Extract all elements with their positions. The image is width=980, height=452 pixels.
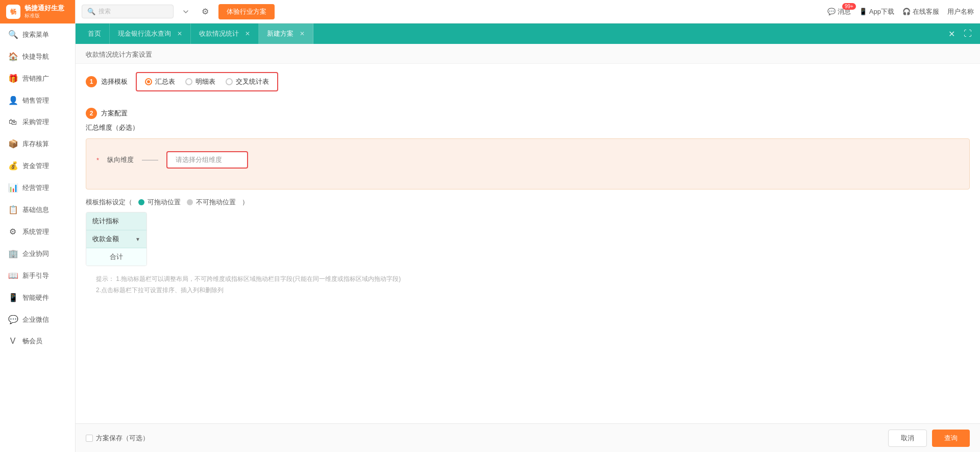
- sidebar-item-finance[interactable]: 💰 资金管理: [0, 155, 75, 177]
- stat-column-label: 收款金额: [92, 234, 119, 244]
- topbar-search-placeholder: 搜索: [99, 7, 111, 16]
- toggle-draggable: 可拖动位置: [138, 198, 181, 207]
- tab-receivable-close[interactable]: ✕: [245, 30, 250, 37]
- save-option[interactable]: 方案保存（可选）: [86, 434, 149, 443]
- sidebar-item-newbie[interactable]: 📖 新手引导: [0, 265, 75, 287]
- message-btn[interactable]: 💬 消息 99+: [827, 7, 851, 16]
- toggle-non-draggable-label: 不可拖动位置: [196, 198, 236, 207]
- toggle-dot-active: [138, 199, 144, 205]
- dimension-select[interactable]: 请选择分组维度: [166, 151, 248, 169]
- tabbar-actions: ✕ ⛶: [945, 28, 980, 40]
- radio-cross[interactable]: 交叉统计表: [226, 77, 269, 86]
- topbar-search-icon: 🔍: [87, 8, 95, 15]
- sidebar-item-system[interactable]: ⚙ 系统管理: [0, 221, 75, 243]
- save-checkbox[interactable]: [86, 435, 93, 442]
- user-icon: 👤: [8, 96, 17, 105]
- sidebar-item-wechat[interactable]: 💬 企业微信: [0, 308, 75, 330]
- book-icon: 📖: [8, 271, 17, 280]
- step2-section: 2 方案配置 汇总维度（必选） * 纵向维度 —— 请选择分组维度: [76, 108, 980, 310]
- phone-icon: 📱: [8, 293, 17, 302]
- sidebar-item-enterprise[interactable]: 🏢 企业协同: [0, 243, 75, 265]
- stat-column-header[interactable]: 收款金额 ▼: [86, 230, 146, 248]
- service-icon: 🎧: [902, 8, 911, 15]
- sidebar-item-label: 经营管理: [22, 183, 49, 193]
- topbar-gear-btn[interactable]: ⚙: [198, 5, 212, 19]
- search-icon: 🔍: [8, 30, 17, 39]
- sidebar-item-quick-nav[interactable]: 🏠 快捷导航: [0, 45, 75, 67]
- template-select-box: 汇总表 明细表 交叉统计表: [136, 72, 278, 91]
- sidebar-item-purchase[interactable]: 🛍 采购管理: [0, 111, 75, 133]
- trial-btn[interactable]: 体验行业方案: [218, 4, 275, 19]
- main-area: 🔍 搜索 ⚙ 体验行业方案 💬 消息 99+ 📱 App下载 🎧 在线客服 用户…: [76, 0, 980, 452]
- service-btn[interactable]: 🎧 在线客服: [902, 7, 939, 16]
- topbar-dropdown-btn[interactable]: [180, 6, 192, 18]
- topbar-right: 💬 消息 99+ 📱 App下载 🎧 在线客服 用户名称: [827, 7, 974, 16]
- stat-row-total: 合计: [86, 248, 146, 266]
- radio-cross-circle: [226, 78, 233, 85]
- message-badge: 99+: [842, 3, 856, 10]
- box-icon: 📦: [8, 139, 17, 149]
- sidebar-item-label: 库存核算: [22, 139, 49, 149]
- stat-table-header: 统计指标: [86, 212, 146, 230]
- money-icon: 💰: [8, 161, 17, 171]
- step2-badge: 2: [86, 108, 97, 119]
- step1-badge: 1: [86, 76, 97, 87]
- building-icon: 🏢: [8, 249, 17, 258]
- sidebar-item-hardware[interactable]: 📱 智能硬件: [0, 287, 75, 308]
- tab-bank-close[interactable]: ✕: [177, 30, 182, 37]
- gift-icon: 🎁: [8, 74, 17, 83]
- page-title-bar: 收款情况统计方案设置: [76, 44, 980, 64]
- tab-new-plan-label: 新建方案: [267, 29, 293, 38]
- tab-receivable[interactable]: 收款情况统计 ✕: [191, 23, 259, 44]
- dimension-placeholder: 请选择分组维度: [176, 156, 222, 163]
- indicator-title: 模板指标设定（: [86, 198, 132, 207]
- tab-home-label: 首页: [88, 29, 101, 38]
- radio-detail-circle: [185, 78, 192, 85]
- stat-table: 统计指标 收款金额 ▼ 合计: [86, 212, 147, 266]
- sidebar-item-search[interactable]: 🔍 搜索菜单: [0, 23, 75, 45]
- sidebar-item-label: 企业协同: [22, 249, 49, 258]
- sidebar-item-label: 销售管理: [22, 96, 49, 105]
- message-icon: 💬: [827, 8, 836, 15]
- radio-summary-circle: [145, 78, 152, 85]
- bottom-actions: 取消 查询: [888, 430, 970, 447]
- tab-bank[interactable]: 现金银行流水查询 ✕: [110, 23, 191, 44]
- sidebar-item-member[interactable]: V 畅会员: [0, 330, 75, 352]
- sidebar-item-marketing[interactable]: 🎁 营销推广: [0, 67, 75, 89]
- sidebar-nav: 🔍 搜索菜单 🏠 快捷导航 🎁 营销推广 👤 销售管理 🛍 采购管理 📦 库存核…: [0, 23, 75, 452]
- sidebar-item-label: 企业微信: [22, 315, 49, 324]
- stat-row-label: 合计: [110, 253, 123, 260]
- tab-new-plan-close[interactable]: ✕: [300, 30, 305, 37]
- tab-receivable-label: 收款情况统计: [199, 29, 239, 38]
- sidebar-item-operation[interactable]: 📊 经营管理: [0, 177, 75, 199]
- step1-row: 1 选择模板 汇总表 明细表: [86, 72, 970, 91]
- page-container: 收款情况统计方案设置 1 选择模板 汇总表: [76, 44, 980, 423]
- sidebar-logo: 畅: [6, 5, 20, 19]
- chat-icon: 💬: [8, 315, 17, 324]
- sidebar-item-inventory[interactable]: 📦 库存核算: [0, 133, 75, 155]
- tab-new-plan[interactable]: 新建方案 ✕: [259, 23, 313, 44]
- topbar-search-box[interactable]: 🔍 搜索: [82, 5, 174, 18]
- query-button[interactable]: 查询: [932, 430, 970, 447]
- radio-group: 汇总表 明细表 交叉统计表: [145, 77, 269, 86]
- page-title: 收款情况统计方案设置: [86, 51, 152, 58]
- sidebar-item-basic[interactable]: 📋 基础信息: [0, 199, 75, 221]
- step1-section: 1 选择模板 汇总表 明细表: [76, 64, 980, 108]
- indicator-settings: 模板指标设定（ 可拖动位置 不可拖动位置 ）: [86, 198, 970, 268]
- indicator-header: 模板指标设定（ 可拖动位置 不可拖动位置 ）: [86, 198, 970, 207]
- radio-detail-label: 明细表: [195, 77, 215, 86]
- radio-detail[interactable]: 明细表: [185, 77, 215, 86]
- sidebar-brand: 畅捷通好生意 标准版: [24, 4, 64, 19]
- cancel-button[interactable]: 取消: [888, 430, 927, 447]
- user-info[interactable]: 用户名称: [947, 7, 974, 16]
- toggle-draggable-label: 可拖动位置: [148, 198, 181, 207]
- tab-home[interactable]: 首页: [80, 23, 110, 44]
- radio-summary[interactable]: 汇总表: [145, 77, 175, 86]
- tab-expand-btn[interactable]: ⛶: [962, 28, 974, 40]
- download-label: App下载: [869, 7, 894, 16]
- step1-label: 选择模板: [101, 77, 128, 86]
- dimension-row-label: 纵向维度: [107, 155, 134, 164]
- tab-close-all-btn[interactable]: ✕: [945, 28, 958, 40]
- sidebar-item-sales[interactable]: 👤 销售管理: [0, 89, 75, 111]
- download-btn[interactable]: 📱 App下载: [859, 7, 894, 16]
